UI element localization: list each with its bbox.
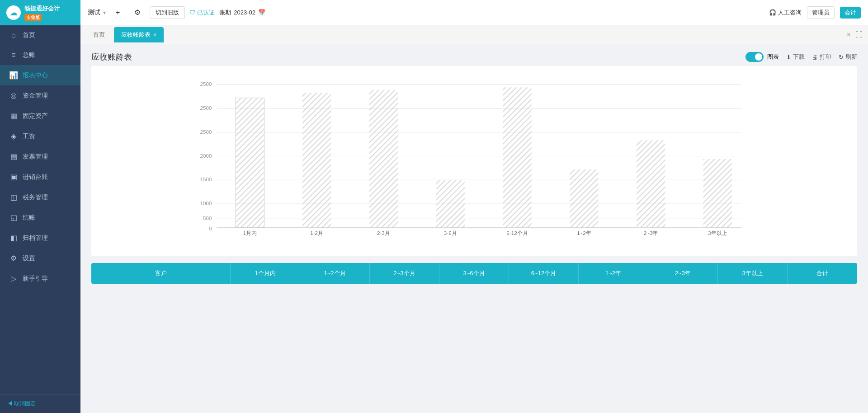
wages-icon: ◈ [9,132,18,141]
tabbar-window-controls: × ⛶ [847,31,863,39]
shield-icon: 🛡 [189,9,195,16]
svg-text:3年以上: 3年以上 [708,230,727,236]
bar-chart: 2500 2500 2500 2000 1500 1000 500 0 1月内 [100,75,848,247]
col-2-3month: 2~3个月 [370,263,439,284]
svg-text:6-12个月: 6-12个月 [506,230,528,236]
svg-text:1~2年: 1~2年 [577,230,591,236]
refresh-icon: ↻ [839,54,844,61]
col-3-6month: 3~6个月 [439,263,509,284]
project-name: 测试 [88,9,100,17]
tab-aging[interactable]: 应收账龄表 × [114,27,164,42]
tab-close-icon[interactable]: × [153,32,156,38]
settings-button[interactable]: ⚙ [129,6,146,19]
col-total: 合计 [788,263,857,284]
print-label: 打印 [820,53,831,61]
sidebar-label-inventory: 进销台账 [23,173,48,181]
certified-badge: 🛡 已认证 [189,9,215,17]
svg-rect-21 [369,90,398,228]
assets-icon: ▦ [9,112,18,120]
chevron-down-icon: ▾ [103,9,106,16]
consult-button[interactable]: 🎧 人工咨询 [769,9,802,17]
sidebar-item-tax[interactable]: ◫ 税务管理 [0,187,80,207]
sidebar-label-settings: 设置 [23,254,35,263]
sidebar-item-ledger[interactable]: ≡ 总账 [0,45,80,65]
window-close-icon[interactable]: × [847,31,851,39]
sidebar: ☁ 畅捷通好会计 专业版 ⌂ 首页 ≡ 总账 📊 报表中心 ◎ 资金管理 ▦ 固… [0,0,80,413]
print-icon: 🖨 [812,54,818,61]
content-area: 应收账龄表 图表 ⬇ 下载 🖨 打印 ↻ 刷新 [80,44,868,413]
sidebar-label-guide: 新手引导 [23,275,48,283]
aging-table: 客户 1个月内 1~2个月 2~3个月 3~6个月 6~12个月 1~2年 2~… [91,263,857,284]
svg-text:2000: 2000 [200,153,212,159]
sidebar-label-closing: 结账 [23,214,35,222]
sidebar-item-closing[interactable]: ◱ 结账 [0,207,80,228]
col-1month: 1个月内 [231,263,300,284]
sidebar-item-invoices[interactable]: ▤ 发票管理 [0,146,80,167]
tab-home[interactable]: 首页 [86,27,112,42]
col-2-3year: 2~3年 [648,263,718,284]
svg-text:2~3年: 2~3年 [644,230,658,236]
print-button[interactable]: 🖨 打印 [812,53,831,61]
consult-label: 人工咨询 [778,9,802,17]
sidebar-item-settings[interactable]: ⚙ 设置 [0,248,80,268]
download-label: 下载 [793,53,805,61]
refresh-button[interactable]: ↻ 刷新 [839,53,857,61]
col-6-12month: 6~12个月 [509,263,579,284]
sidebar-item-funds[interactable]: ◎ 资金管理 [0,85,80,106]
sidebar-item-home[interactable]: ⌂ 首页 [0,25,80,45]
download-button[interactable]: ⬇ 下载 [786,53,805,61]
reports-icon: 📊 [9,71,18,80]
headset-icon: 🎧 [769,9,776,16]
cancel-fixed-label: ◀ 取消固定 [7,400,36,408]
sidebar-label-archive: 归档管理 [23,234,48,242]
chart-container: 2500 2500 2500 2000 1500 1000 500 0 1月内 [91,66,857,256]
role-button[interactable]: 会计 [840,7,861,19]
sidebar-label-reports: 报表中心 [23,71,48,80]
svg-text:2500: 2500 [200,129,212,135]
page-actions: 图表 ⬇ 下载 🖨 打印 ↻ 刷新 [745,52,857,62]
sidebar-nav: ⌂ 首页 ≡ 总账 📊 报表中心 ◎ 资金管理 ▦ 固定资产 ◈ 工资 ▤ 发票… [0,25,80,394]
svg-text:2500: 2500 [200,105,212,111]
cancel-fixed-button[interactable]: ◀ 取消固定 [0,394,80,413]
svg-rect-29 [637,141,665,228]
calendar-icon: 📅 [258,9,265,16]
sidebar-item-archive[interactable]: ◧ 归档管理 [0,228,80,248]
tabbar: 首页 应收账龄表 × × ⛶ [80,25,868,44]
sidebar-label-ledger: 总账 [23,51,35,59]
svg-text:500: 500 [203,215,212,221]
sidebar-item-reports[interactable]: 📊 报表中心 [0,65,80,85]
topbar-right: 🎧 人工咨询 管理员 会计 [769,6,861,19]
sidebar-item-inventory[interactable]: ▣ 进销台账 [0,167,80,187]
certified-label: 已认证 [197,9,215,17]
col-3year-plus: 3年以上 [718,263,788,284]
chart-toggle-group: 图表 [745,52,779,62]
sidebar-item-guide[interactable]: ▷ 新手引导 [0,268,80,289]
sidebar-label-invoices: 发票管理 [23,153,48,161]
svg-rect-31 [703,159,732,228]
old-version-button[interactable]: 切到旧版 [150,6,185,19]
logo-icon: ☁ [6,5,21,20]
sidebar-item-assets[interactable]: ▦ 固定资产 [0,106,80,126]
col-1-2year: 1~2年 [579,263,648,284]
project-selector[interactable]: 测试 ▾ [88,9,106,17]
sidebar-item-wages[interactable]: ◈ 工资 [0,126,80,146]
logo-sub: 专业版 [24,14,42,21]
tax-icon: ◫ [9,193,18,202]
window-expand-icon[interactable]: ⛶ [855,31,863,39]
chart-wrapper: 2500 2500 2500 2000 1500 1000 500 0 1月内 [100,75,848,247]
svg-text:1月内: 1月内 [243,230,257,236]
main-area: 测试 ▾ + ⚙ 切到旧版 🛡 已认证 账期 2023-02 📅 🎧 人工咨询 … [80,0,868,413]
add-button[interactable]: + [110,7,125,19]
chart-toggle[interactable] [745,52,764,62]
svg-rect-25 [503,87,531,227]
funds-icon: ◎ [9,91,18,100]
settings-icon: ⚙ [9,254,18,263]
svg-text:1000: 1000 [200,200,212,206]
svg-text:0: 0 [209,225,212,231]
sidebar-label-home: 首页 [23,31,35,39]
sidebar-label-assets: 固定资产 [23,112,48,120]
app-logo: ☁ 畅捷通好会计 专业版 [0,0,80,25]
sidebar-label-wages: 工资 [23,132,35,141]
period-selector[interactable]: 账期 2023-02 📅 [219,9,265,17]
user-button[interactable]: 管理员 [807,6,835,19]
